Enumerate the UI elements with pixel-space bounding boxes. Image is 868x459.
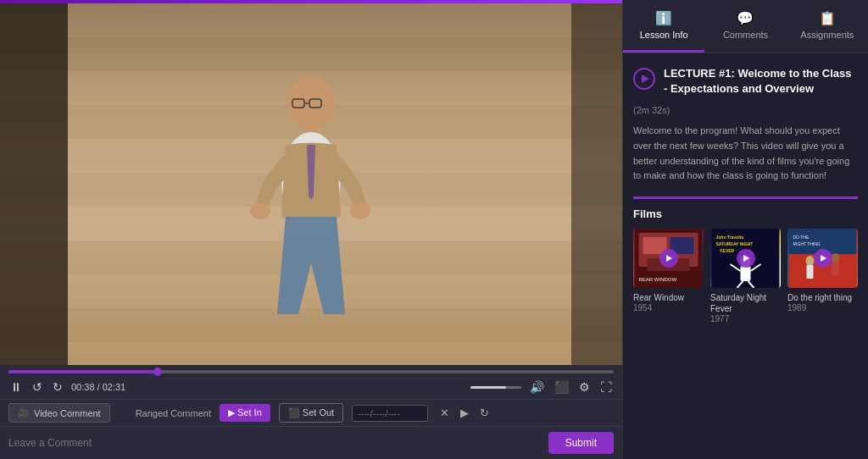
lecture-description: Welcome to the program! What should you … (633, 124, 858, 183)
tabs-header: ℹ️ Lesson Info 💬 Comments 📋 Assignments (623, 0, 868, 53)
film-year-snf: 1977 (710, 314, 781, 324)
volume-slider[interactable] (470, 386, 521, 389)
main-container: ⏸ ↺ ↻ 00:38 / 02:31 🔊 ⬛ ⚙ ⛶ 🎥 Video Comm… (0, 0, 868, 459)
fullscreen-button[interactable]: ⛶ (598, 379, 614, 395)
forward-button[interactable]: ↻ (51, 379, 64, 395)
video-comment-label: Video Comment (34, 408, 101, 418)
set-out-icon: ⬛ (288, 407, 300, 418)
right-content: LECTURE #1: Welcome to the Class - Expec… (623, 53, 868, 459)
tab-assignments-label: Assignments (800, 30, 854, 40)
comment-toolbar: 🎥 Video Comment Ranged Comment ▶ Set In … (0, 399, 622, 426)
timestamp-input[interactable] (352, 405, 428, 422)
assignments-icon: 📋 (819, 10, 836, 26)
film-thumbnail-snf: John Travolta SATURDAY NIGHT FEVER (710, 229, 781, 288)
film-card-do-right-thing[interactable]: DO THE RIGHT THING (787, 229, 858, 324)
lecture-title: LECTURE #1: Welcome to the Class - Expec… (664, 66, 858, 97)
films-label: Films (633, 207, 858, 220)
settings-button[interactable]: ⚙ (577, 379, 592, 395)
film-year-rear-window: 1954 (633, 303, 704, 312)
film-thumbnail-drt: DO THE RIGHT THING (787, 229, 858, 288)
progress-bar[interactable] (8, 370, 614, 373)
set-out-button[interactable]: ⬛ Set Out (279, 403, 343, 423)
lesson-info-icon: ℹ️ (655, 10, 672, 26)
film-play-overlay-rw (633, 229, 704, 288)
time-display: 00:38 / 02:31 (71, 382, 125, 392)
set-in-button[interactable]: ▶ Set In (220, 404, 270, 422)
video-comment-button[interactable]: 🎥 Video Comment (8, 403, 110, 423)
tab-comments[interactable]: 💬 Comments (704, 0, 786, 53)
person-figure (218, 69, 404, 340)
progress-fill (8, 370, 160, 373)
film-card-rear-window[interactable]: REAR WINDOW Rear Window 1954 (633, 229, 704, 324)
lecture-play-circle[interactable] (633, 68, 655, 90)
film-play-overlay-drt (787, 229, 858, 288)
volume-button[interactable]: 🔊 (528, 379, 546, 395)
comment-input[interactable] (8, 437, 540, 449)
film-card-saturday-night-fever[interactable]: John Travolta SATURDAY NIGHT FEVER (710, 229, 781, 324)
camera-icon: 🎥 (18, 407, 30, 418)
tab-lesson-info-label: Lesson Info (640, 30, 688, 40)
volume-fill (470, 386, 506, 389)
film-title-rear-window: Rear Window (633, 292, 704, 303)
range-actions: ✕ ▶ ↻ (437, 405, 492, 421)
right-shadow (571, 3, 622, 365)
lecture-duration: (2m 32s) (633, 105, 858, 115)
film-year-drt: 1989 (787, 303, 858, 312)
films-section: Films REAR WINDOW (633, 196, 858, 324)
film-play-tri-rw (666, 255, 672, 262)
film-title-drt: Do the right thing (787, 292, 858, 303)
progress-dot (153, 368, 162, 376)
leave-comment-row: Submit (0, 426, 622, 459)
film-play-btn-rw (659, 249, 678, 268)
film-play-overlay-snf (710, 229, 781, 288)
play-triangle-icon (642, 75, 649, 83)
set-in-icon: ▶ (228, 407, 235, 418)
rewind-button[interactable]: ↺ (31, 379, 44, 395)
submit-button[interactable]: Submit (548, 432, 614, 454)
comments-icon: 💬 (737, 10, 754, 26)
right-panel: ℹ️ Lesson Info 💬 Comments 📋 Assignments … (622, 0, 868, 459)
video-player[interactable] (0, 3, 622, 365)
tab-assignments[interactable]: 📋 Assignments (787, 0, 868, 53)
tab-comments-label: Comments (723, 30, 768, 40)
play-pause-button[interactable]: ⏸ (8, 379, 24, 395)
film-thumbnail-rear-window: REAR WINDOW (633, 229, 704, 288)
left-shadow (0, 3, 68, 365)
film-play-tri-snf (743, 255, 749, 262)
clear-range-button[interactable]: ✕ (437, 405, 453, 421)
svg-point-6 (250, 202, 270, 219)
film-play-tri-drt (821, 255, 826, 262)
tab-lesson-info[interactable]: ℹ️ Lesson Info (623, 0, 704, 53)
play-range-button[interactable]: ▶ (457, 405, 472, 421)
loop-range-button[interactable]: ↻ (476, 405, 492, 421)
film-title-snf: Saturday Night Fever (710, 292, 781, 314)
video-controls: ⏸ ↺ ↻ 00:38 / 02:31 🔊 ⬛ ⚙ ⛶ (0, 365, 622, 399)
subtitles-button[interactable]: ⬛ (553, 379, 570, 395)
video-section: ⏸ ↺ ↻ 00:38 / 02:31 🔊 ⬛ ⚙ ⛶ 🎥 Video Comm… (0, 0, 622, 459)
film-play-btn-drt (814, 249, 832, 268)
lecture-header: LECTURE #1: Welcome to the Class - Expec… (633, 66, 858, 97)
ranged-comment-label: Ranged Comment (136, 408, 211, 418)
svg-point-7 (350, 202, 370, 219)
films-grid: REAR WINDOW Rear Window 1954 (633, 229, 858, 324)
film-play-btn-snf (737, 249, 755, 268)
svg-point-0 (287, 75, 335, 130)
video-background (0, 3, 622, 365)
